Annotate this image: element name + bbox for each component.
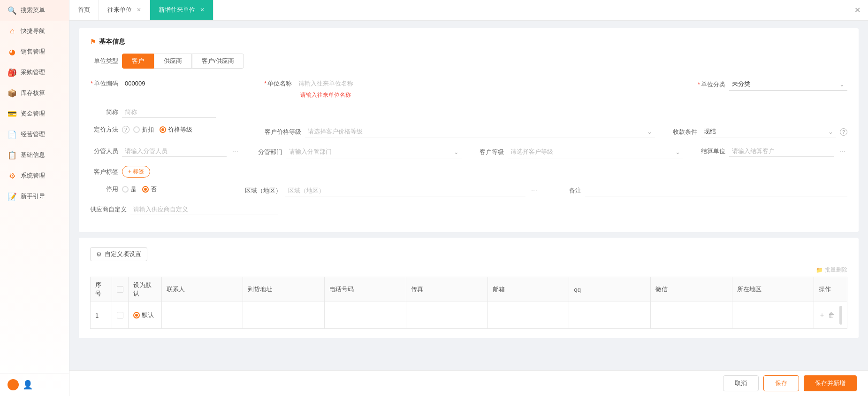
row-area-input[interactable] — [737, 312, 809, 319]
sidebar-item-inventory[interactable]: 📦 库存核算 — [0, 83, 69, 103]
sidebar-item-nav[interactable]: ⌂ 快捷导航 — [0, 21, 69, 41]
radio-discount[interactable]: 折扣 — [133, 125, 154, 134]
short-name-input[interactable] — [122, 107, 216, 118]
address-input[interactable] — [248, 312, 320, 319]
tab-new-contact[interactable]: 新增往来单位 ✕ — [150, 0, 213, 20]
row-add-button[interactable]: ＋ — [819, 311, 825, 319]
pricing-radio-group: 折扣 价格等级 — [133, 125, 192, 134]
phone-input[interactable] — [329, 312, 401, 319]
sidebar-item-purchase[interactable]: 🎒 采购管理 — [0, 62, 69, 83]
tab-close-new-contact[interactable]: ✕ — [200, 7, 205, 13]
cell-email[interactable] — [487, 302, 569, 329]
qq-input[interactable] — [574, 312, 646, 319]
remark-input[interactable] — [585, 185, 847, 196]
tab-home[interactable]: 首页 — [69, 0, 99, 20]
section-title: ⚑ 基本信息 — [90, 38, 847, 46]
select-all-checkbox[interactable] — [117, 286, 123, 293]
sidebar-item-guide[interactable]: 📝 新手引导 — [0, 186, 69, 207]
customer-level-select[interactable]: 请选择客户等级 ⌄ — [508, 146, 683, 158]
col-qq: qq — [569, 277, 651, 302]
dept-select[interactable]: 请输入分管部门 ⌄ — [286, 146, 462, 158]
code-name-category-row: *单位编码 *单位名称 请输入往来单位名称 *单位分类 未分类 — [90, 78, 847, 99]
row-default-radio[interactable]: 默认 — [133, 311, 157, 319]
manager-more-icon[interactable]: ··· — [230, 147, 240, 155]
supplier-custom-group: 供应商自定义 — [90, 204, 278, 215]
row-checkbox[interactable] — [117, 312, 123, 318]
sidebar: 🔍 搜索菜单 ⌂ 快捷导航 ◕ 销售管理 🎒 采购管理 📦 库存核算 💳 资金管… — [0, 0, 69, 396]
tab-close-contacts[interactable]: ✕ — [137, 7, 141, 13]
money-icon: 💳 — [8, 109, 17, 118]
unit-category-group: *单位分类 未分类 ⌄ — [697, 78, 847, 91]
unit-type-group-wrap: 单位类型 客户 供应商 客户/供应商 — [90, 54, 278, 69]
tag-group: 客户标签 + 标签 — [90, 166, 847, 178]
tab-contacts[interactable]: 往来单位 ✕ — [99, 0, 150, 20]
disable-area-row: 停用 是 否 区域（地区） ··· — [90, 185, 847, 196]
customer-price-level-select[interactable]: 请选择客户价格等级 ⌄ — [305, 125, 655, 138]
contacts-table: 序号 设为默认 联系人 到货地址 电话号码 传真 邮箱 qq 微信 所在地区 — [90, 277, 847, 329]
pricing-help-icon[interactable]: ? — [122, 126, 129, 133]
radio-no[interactable]: 否 — [142, 185, 157, 194]
settlement-more-icon[interactable]: ··· — [838, 147, 847, 155]
report-icon: 📄 — [8, 130, 17, 139]
unit-type-both[interactable]: 客户/供应商 — [192, 54, 244, 69]
dept-group: 分管部门 请输入分管部门 ⌄ — [254, 146, 462, 158]
cell-wechat[interactable] — [651, 302, 732, 329]
chevron-payment-icon: ⌄ — [828, 128, 833, 135]
unit-name-input[interactable] — [296, 78, 399, 89]
radio-yes[interactable]: 是 — [122, 185, 137, 194]
unit-type-customer[interactable]: 客户 — [122, 54, 154, 69]
unit-type-supplier[interactable]: 供应商 — [154, 54, 192, 69]
cell-area[interactable] — [732, 302, 814, 329]
wechat-input[interactable] — [655, 312, 727, 319]
row-delete-button[interactable]: 🗑 — [828, 311, 835, 319]
col-address: 到货地址 — [243, 277, 325, 302]
save-new-button[interactable]: 保存并新增 — [804, 375, 857, 391]
radio-yes-circle — [122, 186, 129, 193]
sidebar-item-system[interactable]: ⚙ 系统管理 — [0, 165, 69, 186]
sidebar-item-operations[interactable]: 📄 经营管理 — [0, 124, 69, 145]
chevron-price-level-icon: ⌄ — [647, 128, 652, 135]
unit-code-input[interactable] — [122, 78, 216, 89]
area-more-icon[interactable]: ··· — [529, 186, 539, 195]
fax-input[interactable] — [411, 312, 483, 319]
sidebar-item-finance[interactable]: 💳 资金管理 — [0, 103, 69, 124]
cell-address[interactable] — [243, 302, 325, 329]
batch-delete-button[interactable]: 📁 批量删除 — [816, 266, 847, 274]
cell-contact[interactable] — [161, 302, 243, 329]
email-input[interactable] — [493, 312, 564, 319]
cell-fax[interactable] — [406, 302, 487, 329]
save-button[interactable]: 保存 — [763, 375, 799, 391]
settlement-input[interactable] — [729, 146, 834, 157]
cell-phone[interactable] — [325, 302, 406, 329]
disable-radio-group: 是 否 — [122, 185, 157, 194]
contact-input[interactable] — [167, 312, 238, 319]
sidebar-item-sales[interactable]: ◕ 销售管理 — [0, 41, 69, 62]
col-contact: 联系人 — [161, 277, 243, 302]
pricing-row: 定价方法 ? 折扣 价格等级 客户价格等级 — [90, 125, 847, 138]
tab-bar: 首页 往来单位 ✕ 新增往来单位 ✕ ✕ — [69, 0, 868, 21]
unit-type-selector: 客户 供应商 客户/供应商 — [122, 54, 244, 69]
unit-name-error: 请输入往来单位名称 — [300, 92, 351, 98]
cell-qq[interactable] — [569, 302, 651, 329]
payment-terms-select[interactable]: 现结 ⌄ — [701, 125, 836, 138]
unit-code-group: *单位编码 — [90, 78, 250, 89]
manager-input[interactable] — [122, 146, 227, 157]
cell-seq: 1 — [91, 302, 112, 329]
sidebar-item-basic[interactable]: 📋 基础信息 — [0, 145, 69, 165]
area-input[interactable] — [285, 185, 525, 196]
payment-help-icon[interactable]: ? — [840, 128, 847, 136]
cancel-button[interactable]: 取消 — [723, 375, 759, 391]
custom-settings-button[interactable]: ⚙ 自定义项设置 — [90, 247, 147, 261]
pricing-method-group: 定价方法 ? 折扣 价格等级 — [90, 125, 250, 134]
supplier-custom-input[interactable] — [130, 204, 278, 215]
area-group: 区域（地区） ··· — [245, 185, 539, 196]
customer-price-level-group: 客户价格等级 请选择客户价格等级 ⌄ — [264, 125, 655, 138]
add-tag-button[interactable]: + 标签 — [122, 166, 150, 178]
unit-category-select[interactable]: 未分类 ⌄ — [729, 78, 847, 91]
sidebar-item-search[interactable]: 🔍 搜索菜单 — [0, 0, 69, 21]
box-icon: 📦 — [8, 88, 17, 98]
col-checkbox — [112, 277, 128, 302]
window-close-btn[interactable]: ✕ — [847, 0, 868, 20]
radio-price-level[interactable]: 价格等级 — [160, 125, 192, 134]
flag-icon: ⚑ — [90, 38, 96, 46]
